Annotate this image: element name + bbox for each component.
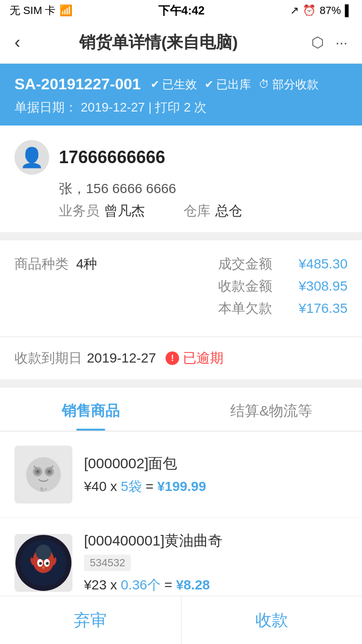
received-amount: ¥308.95 bbox=[280, 279, 348, 294]
due-date-label: 收款到期日 bbox=[14, 349, 82, 367]
tab-settlement-logistics[interactable]: 结算&物流等 bbox=[181, 388, 362, 431]
badge-activated: ✔ 已生效 bbox=[151, 77, 197, 92]
status-badges: ✔ 已生效 ✔ 已出库 ⏱ 部分收款 bbox=[151, 77, 319, 92]
more-icon[interactable]: ··· bbox=[335, 34, 348, 51]
debt-label: 本单欠款 bbox=[218, 299, 272, 318]
warehouse-name: 总仓 bbox=[215, 202, 242, 220]
overdue-warning-icon: ! bbox=[166, 351, 179, 365]
battery-text: 87% bbox=[320, 4, 341, 17]
owl-icon: 鱼+ bbox=[24, 455, 63, 494]
products-section: 鱼+ [0000002]面包 ¥40 x 5袋 = ¥199.99 bbox=[0, 432, 362, 608]
product-item-2: [000400001]黄油曲奇 534532 ¥23 x 0.36个 = ¥8.… bbox=[0, 518, 362, 608]
order-id: SA-20191227-001 bbox=[14, 75, 141, 93]
tabs-section: 销售商品 结算&物流等 bbox=[0, 388, 362, 431]
page-title: 销货单详情(来自电脑) bbox=[6, 31, 311, 54]
transaction-row: 成交金额 ¥485.30 bbox=[218, 255, 348, 273]
product-types-label: 商品种类 bbox=[14, 256, 69, 271]
svg-point-5 bbox=[37, 471, 39, 473]
check-icon-2: ✔ bbox=[205, 78, 213, 91]
due-date-section: 收款到期日 2019-12-27 ! 已逾期 bbox=[0, 337, 362, 379]
butter-cookie-image bbox=[14, 534, 72, 592]
status-bar: 无 SIM 卡 📶 下午4:42 ↗ ⏰ 87% ▌ bbox=[0, 0, 362, 21]
status-bar-left: 无 SIM 卡 📶 bbox=[10, 3, 72, 18]
svg-point-11 bbox=[36, 545, 51, 560]
due-date-value: 2019-12-27 bbox=[87, 350, 156, 366]
alarm-icon: ⏰ bbox=[303, 4, 316, 17]
product-types-row: 商品种类 4种 bbox=[14, 255, 97, 273]
summary-left: 商品种类 4种 bbox=[14, 255, 97, 275]
person-icon: 👤 bbox=[20, 146, 44, 169]
sales-name: 曾凡杰 bbox=[104, 202, 145, 220]
debt-amount: ¥176.35 bbox=[280, 301, 348, 316]
badge-partial-paid: ⏱ 部分收款 bbox=[259, 77, 319, 92]
print-info: | 打印 2 次 bbox=[148, 100, 207, 114]
product-types-count: 4种 bbox=[76, 256, 97, 271]
order-header: SA-20191227-001 ✔ 已生效 ✔ 已出库 ⏱ 部分收款 单据日期：… bbox=[0, 64, 362, 126]
customer-contact: 张，156 6666 6666 bbox=[59, 180, 348, 198]
overdue-badge: ! 已逾期 bbox=[166, 349, 223, 367]
location-icon: ↗ bbox=[290, 4, 299, 17]
summary-section: 商品种类 4种 成交金额 ¥485.30 收款金额 ¥308.95 本单欠款 ¥… bbox=[0, 240, 362, 336]
svg-point-15 bbox=[46, 562, 49, 565]
customer-section: 👤 17666666666 张，156 6666 6666 业务员 曾凡杰 仓库… bbox=[0, 126, 362, 232]
clock-icon: ⏱ bbox=[259, 78, 269, 91]
divider-1 bbox=[0, 233, 362, 240]
wifi-icon: 📶 bbox=[59, 4, 72, 17]
svg-text:鱼+: 鱼+ bbox=[40, 487, 47, 492]
date-label: 单据日期： bbox=[14, 100, 77, 114]
svg-point-6 bbox=[48, 471, 50, 473]
customer-name: 17666666666 bbox=[59, 147, 165, 168]
svg-point-14 bbox=[39, 562, 42, 565]
check-icon-1: ✔ bbox=[151, 78, 159, 91]
carrier-text: 无 SIM 卡 bbox=[10, 3, 56, 18]
product-info-2: [000400001]黄油曲奇 534532 ¥23 x 0.36个 = ¥8.… bbox=[84, 531, 348, 594]
received-row: 收款金额 ¥308.95 bbox=[218, 277, 348, 295]
product-info-1: [0000002]面包 ¥40 x 5袋 = ¥199.99 bbox=[84, 454, 348, 496]
product-thumbnail-1: 鱼+ bbox=[14, 446, 72, 504]
product-name-1: [0000002]面包 bbox=[84, 454, 348, 474]
order-date-value: 2019-12-27 bbox=[81, 100, 145, 114]
received-label: 收款金额 bbox=[218, 277, 272, 295]
avatar: 👤 bbox=[14, 140, 49, 175]
summary-right: 成交金额 ¥485.30 收款金额 ¥308.95 本单欠款 ¥176.35 bbox=[218, 255, 348, 322]
debt-row: 本单欠款 ¥176.35 bbox=[218, 299, 348, 318]
sales-label: 业务员 bbox=[59, 202, 99, 220]
product-tag-2: 534532 bbox=[84, 555, 131, 571]
nav-actions: ⬡ ··· bbox=[311, 34, 348, 51]
time-display: 下午4:42 bbox=[158, 3, 205, 18]
product-item: 鱼+ [0000002]面包 ¥40 x 5袋 = ¥199.99 bbox=[0, 432, 362, 518]
product-thumbnail-2 bbox=[14, 534, 72, 592]
product-price-1: ¥40 x 5袋 = ¥199.99 bbox=[84, 477, 348, 496]
badge-shipped: ✔ 已出库 bbox=[205, 77, 251, 92]
overdue-text: 已逾期 bbox=[183, 349, 223, 367]
bottom-bar: 弃审 收款 bbox=[0, 596, 362, 644]
share-icon[interactable]: ⬡ bbox=[311, 34, 324, 51]
product-name-2: [000400001]黄油曲奇 bbox=[84, 531, 348, 551]
battery-icon: ▌ bbox=[345, 4, 352, 17]
status-bar-right: ↗ ⏰ 87% ▌ bbox=[290, 4, 352, 17]
cancel-audit-button[interactable]: 弃审 bbox=[0, 596, 181, 644]
divider-2 bbox=[0, 380, 362, 388]
customer-meta: 业务员 曾凡杰 仓库 总仓 bbox=[59, 202, 348, 220]
tab-sales-products[interactable]: 销售商品 bbox=[0, 388, 181, 431]
order-date-row: 单据日期： 2019-12-27 | 打印 2 次 bbox=[14, 99, 348, 116]
collect-payment-button[interactable]: 收款 bbox=[181, 596, 362, 644]
customer-row: 👤 17666666666 bbox=[14, 140, 348, 175]
nav-bar: ‹ 销货单详情(来自电脑) ⬡ ··· bbox=[0, 21, 362, 64]
warehouse-label: 仓库 bbox=[183, 202, 210, 220]
transaction-label: 成交金额 bbox=[218, 255, 272, 273]
transaction-amount: ¥485.30 bbox=[280, 256, 348, 272]
product-price-2: ¥23 x 0.36个 = ¥8.28 bbox=[84, 576, 348, 594]
